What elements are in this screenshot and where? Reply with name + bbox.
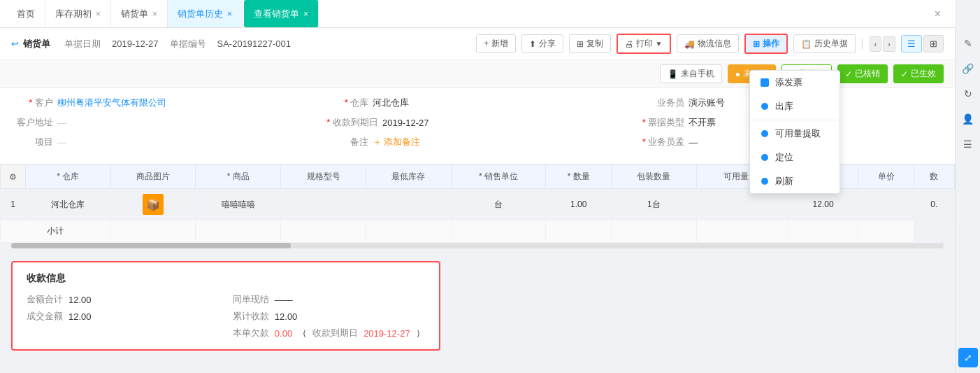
print-dropdown-icon: ▼ xyxy=(656,40,663,48)
dropdown-add-invoice[interactable]: 添发票 xyxy=(750,71,840,94)
tab-inventory-init-close[interactable]: × xyxy=(96,9,101,19)
tab-sales-history[interactable]: 销货单历史 × xyxy=(168,0,243,27)
table-scrollbar[interactable] xyxy=(11,243,944,248)
doc-number-value: SA-20191227-001 xyxy=(217,38,291,49)
tab-home[interactable]: 首页 xyxy=(7,0,45,27)
history-icon: 📋 xyxy=(801,39,812,49)
nav-separator: | xyxy=(861,38,864,50)
row-quantity: 1.00 xyxy=(546,189,612,220)
available-qty-label: 可用量提取 xyxy=(775,127,821,140)
print-button[interactable]: 🖨 打印 ▼ xyxy=(617,34,671,54)
current-owed-row: 本单欠款 0.00 （ 收款到期日 2019-12-27 ） xyxy=(233,327,425,339)
cumulative-receipt-label: 累计收款 xyxy=(233,310,269,323)
customer-value[interactable]: 柳州粤港平安气体有限公司 xyxy=(57,97,166,109)
th-sales-unit[interactable]: * 销售单位 xyxy=(451,165,546,189)
view-toggle: ☰ ⊞ xyxy=(901,35,944,52)
th-warehouse[interactable]: * 仓库 xyxy=(26,165,111,189)
th-pack-qty[interactable]: 包装数量 xyxy=(611,165,696,189)
add-note-icon: ＋ xyxy=(373,136,382,148)
project-field: 项目 — xyxy=(11,136,312,148)
payment-section: 收款信息 金额合计 12.00 同单现结 —— 成交金额 12.00 累计收款 … xyxy=(11,261,440,351)
sidebar-user-icon[interactable]: 👤 xyxy=(958,109,978,129)
doc-title: 销货单 xyxy=(23,38,50,50)
th-product[interactable]: * 商品 xyxy=(196,165,281,189)
tab-inventory-init-label: 库存期初 xyxy=(55,8,92,20)
logistics-button[interactable]: 🚚 物流信息 xyxy=(677,34,739,53)
next-button[interactable]: › xyxy=(883,36,895,52)
add-note-button[interactable]: ＋ 添加备注 xyxy=(373,136,420,148)
from-mobile-button[interactable]: 📱 来自手机 xyxy=(660,64,722,83)
row-pack-qty: 1台 xyxy=(611,189,696,220)
row-min-stock xyxy=(366,189,451,220)
subtotal-empty-10 xyxy=(858,220,914,243)
th-min-stock[interactable]: 最低库存 xyxy=(366,165,451,189)
copy-button-label: 复制 xyxy=(586,38,603,50)
tab-inventory-init[interactable]: 库存期初 × xyxy=(45,0,111,27)
th-product-img: 商品图片 xyxy=(110,165,196,189)
th-amount[interactable]: 数 xyxy=(914,165,954,189)
new-button[interactable]: + 新增 xyxy=(476,34,515,53)
list-view-button[interactable]: ☰ xyxy=(901,35,922,52)
due-date-value-2: 2019-12-27 xyxy=(363,328,410,339)
th-spec[interactable]: 规格型号 xyxy=(281,165,366,189)
th-settings[interactable]: ⚙ xyxy=(1,165,26,189)
current-owed-label: 本单欠款 xyxy=(233,327,269,339)
dropdown-divider-1 xyxy=(750,120,840,120)
sidebar-list-icon[interactable]: ☰ xyxy=(958,134,978,154)
row-amount: 0. xyxy=(914,189,954,220)
total-amount-value: 12.00 xyxy=(69,295,92,305)
checked-button[interactable]: ✓ 已核销 xyxy=(837,64,888,83)
due-date-label: 收款到期日 xyxy=(326,116,378,129)
checked-icon: ✓ xyxy=(845,69,852,79)
dropdown-refresh[interactable]: 刷新 xyxy=(750,169,840,193)
history-button[interactable]: 📋 历史单据 xyxy=(793,34,856,53)
th-unit-price[interactable]: 单价 xyxy=(858,165,914,189)
row-product[interactable]: 嘻嘻嘻嘻 xyxy=(196,189,281,220)
dropdown-locate[interactable]: 定位 xyxy=(750,146,840,169)
product-image: 📦 xyxy=(143,194,164,215)
transaction-amount-value: 12.00 xyxy=(69,311,92,322)
logistics-icon: 🚚 xyxy=(684,39,695,49)
refresh-label: 刷新 xyxy=(775,175,793,188)
copy-button[interactable]: ⊞ 复制 xyxy=(569,34,611,53)
th-quantity[interactable]: * 数量 xyxy=(546,165,612,189)
warehouse-label: 仓库 xyxy=(326,97,368,109)
tab-view-sales[interactable]: 查看销货单 × xyxy=(244,0,319,27)
tab-sales-order[interactable]: 销货单 × xyxy=(111,0,168,27)
outbound-icon xyxy=(760,101,770,111)
tab-view-sales-close[interactable]: × xyxy=(303,9,308,19)
prev-button[interactable]: ‹ xyxy=(870,36,882,52)
row-spec xyxy=(281,189,366,220)
share-button[interactable]: ⬆ 分享 xyxy=(521,34,563,53)
sidebar-expand-icon[interactable]: ⤢ xyxy=(958,348,978,360)
tab-bar-close-button[interactable]: × xyxy=(928,8,948,20)
doc-date-label: 单据日期 xyxy=(64,38,101,50)
employee-value: 演示账号 xyxy=(689,97,725,109)
invoice-type-value: 不开票 xyxy=(689,116,716,129)
effect-button-label: 已生效 xyxy=(911,68,936,80)
total-amount-label: 金额合计 xyxy=(27,293,63,306)
dropdown-outbound[interactable]: 出库 xyxy=(750,94,840,118)
tab-sales-order-close[interactable]: × xyxy=(152,9,157,19)
sidebar-edit-icon[interactable]: ✎ xyxy=(958,34,978,53)
subtotal-empty-7 xyxy=(611,220,696,243)
address-label: 客户地址 xyxy=(11,116,53,129)
table-scroll-thumb[interactable] xyxy=(11,243,291,248)
tab-sales-history-label: 销货单历史 xyxy=(178,8,223,20)
subtotal-empty-5 xyxy=(451,220,546,243)
from-mobile-label: 来自手机 xyxy=(681,68,714,80)
tab-bar: 首页 库存期初 × 销货单 × 销货单历史 × 查看销货单 × × xyxy=(0,0,955,28)
grid-view-button[interactable]: ⊞ xyxy=(923,35,944,52)
history-button-label: 历史单据 xyxy=(814,38,848,50)
operation-button[interactable]: ⊞ 操作 xyxy=(744,34,788,54)
effect-button[interactable]: ✓ 已生效 xyxy=(893,64,944,83)
sidebar-link-icon[interactable]: 🔗 xyxy=(958,59,978,78)
tab-sales-history-close[interactable]: × xyxy=(227,9,232,19)
row-unit-price xyxy=(858,189,914,220)
operation-dropdown: 添发票 出库 可用量提取 定位 刷新 xyxy=(749,70,840,194)
dropdown-available-qty[interactable]: 可用量提取 xyxy=(750,122,840,146)
salesperson-label: 业务员孟 xyxy=(642,136,685,148)
note-field: 备注 ＋ 添加备注 xyxy=(326,136,628,148)
add-invoice-icon xyxy=(760,78,770,87)
sidebar-refresh-icon[interactable]: ↻ xyxy=(958,84,978,104)
